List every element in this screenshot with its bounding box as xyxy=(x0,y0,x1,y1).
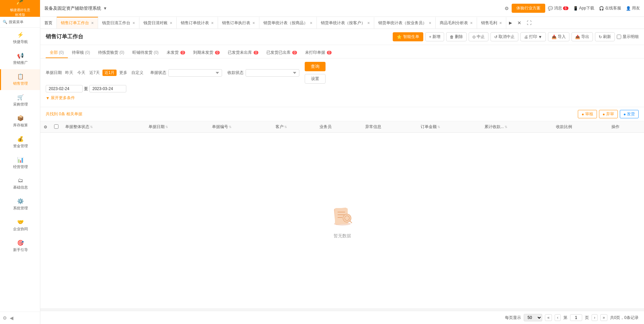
expand-conditions-label: 展开更多条件 xyxy=(51,95,75,101)
delete-button[interactable]: 🗑 删除 xyxy=(446,32,467,41)
tab-margin-close[interactable]: ✕ xyxy=(470,21,473,25)
filter-not-printed-label: 未打印单据 xyxy=(305,50,325,55)
cancel-review-button[interactable]: ● 弃审 xyxy=(599,110,618,118)
scrollbar-area[interactable] xyxy=(40,308,644,311)
filter-tab-pending-review[interactable]: 待审核 (0) xyxy=(68,48,94,58)
sidebar-item-system[interactable]: ⚙️ 系统管理 xyxy=(0,194,40,215)
status-select[interactable] xyxy=(168,69,222,77)
nav-tabs-expand[interactable]: ⛶ xyxy=(524,17,534,29)
tab-sales-exec[interactable]: 销售订单执行表 ✕ xyxy=(218,17,259,29)
sidebar-item-sales[interactable]: 📋 销售管理 xyxy=(0,69,40,90)
tab-sales-workbench[interactable]: 销售订单工作台 ✕ xyxy=(57,17,98,29)
tab-cash-reconcile[interactable]: 钱货日清对账 ✕ xyxy=(139,17,177,29)
review-button[interactable]: ● 审核 xyxy=(578,110,597,118)
sidebar-item-guide[interactable]: 🎯 新手引导 xyxy=(0,236,40,256)
topbar-dropdown[interactable]: ▼ xyxy=(103,6,107,11)
date-option-more[interactable]: 更多 xyxy=(118,69,129,76)
user-item[interactable]: 👤 用友 xyxy=(626,5,640,11)
tab-cash-daily[interactable]: 钱货日清工作台 ✕ xyxy=(98,17,139,29)
sort-customer-icon[interactable]: ⇅ xyxy=(284,125,287,129)
tab-sales-workbench-close[interactable]: ✕ xyxy=(91,21,94,25)
page-input[interactable] xyxy=(570,314,582,321)
tab-summary-staff-close[interactable]: ✕ xyxy=(429,21,431,25)
sidebar-item-cooperation[interactable]: 🤝 企业协同 xyxy=(0,215,40,236)
filter-tab-wangpu[interactable]: 旺铺待发货 (0) xyxy=(128,48,163,58)
tab-revenue[interactable]: 销售毛利 ✕ xyxy=(477,17,506,29)
nav-tabs-more[interactable]: ▶ xyxy=(506,17,515,29)
per-page-select[interactable]: 50 10 20 100 xyxy=(524,314,542,321)
filter-tab-pending-inspect[interactable]: 待拣货验货 (0) xyxy=(94,48,128,58)
show-detail-checkbox[interactable] xyxy=(617,35,621,39)
ship-button[interactable]: ● 发货 xyxy=(620,110,639,118)
date-option-yesterday[interactable]: 昨天 xyxy=(64,69,75,76)
filter-tab-shipped-out[interactable]: 已发货已出库 0 xyxy=(262,48,301,58)
tab-sales-stats[interactable]: 销售订单统计表 ✕ xyxy=(177,17,218,29)
suspend-button[interactable]: ⊙ 中止 xyxy=(469,32,488,41)
export-button[interactable]: 📤 导出 xyxy=(571,32,593,41)
next-page-button[interactable]: › xyxy=(592,314,598,321)
date-to-input[interactable] xyxy=(89,85,126,92)
refresh-button[interactable]: ↻ 刷新 xyxy=(595,32,615,41)
collapse-icon[interactable]: ◀ xyxy=(10,315,13,321)
query-button[interactable]: 查询 xyxy=(305,62,326,71)
select-all-checkbox[interactable] xyxy=(54,124,58,129)
settings-icon[interactable]: ⚙ xyxy=(3,315,7,321)
sidebar-item-basic[interactable]: 🗂 基础信息 xyxy=(0,173,40,194)
solution-button[interactable]: 体验行业方案 xyxy=(512,4,545,13)
tab-summary-product-close[interactable]: ✕ xyxy=(310,21,312,25)
sidebar-search[interactable]: 🔍 搜索菜单 xyxy=(0,17,40,28)
prev-page-button[interactable]: ‹ xyxy=(555,314,561,321)
first-page-button[interactable]: « xyxy=(545,314,552,321)
col-checkbox[interactable] xyxy=(51,121,62,133)
date-from-input[interactable] xyxy=(46,85,83,92)
tab-home[interactable]: 首页 xyxy=(40,17,57,29)
message-item[interactable]: 💬 消息 6 xyxy=(548,5,568,11)
filter-tab-shipped-not-out[interactable]: 已发货未出库 0 xyxy=(224,48,262,58)
date-option-7days[interactable]: 近7天 xyxy=(88,69,101,76)
sidebar-item-operations[interactable]: 📊 经营管理 xyxy=(0,153,40,173)
filter-tab-all[interactable]: 全部 (0) xyxy=(46,48,68,58)
date-option-today[interactable]: 今天 xyxy=(76,69,87,76)
gear-icon[interactable]: ⚙ xyxy=(505,6,509,11)
nav-tabs-close-all[interactable]: ✕ xyxy=(515,17,524,29)
add-button[interactable]: + 新增 xyxy=(425,32,444,41)
date-option-custom[interactable]: 自定义 xyxy=(130,69,145,76)
ai-button[interactable]: ⭐ 智能生单 xyxy=(393,32,423,41)
tab-revenue-close[interactable]: ✕ xyxy=(499,21,502,25)
app-download-item[interactable]: 📱 App下载 xyxy=(573,5,594,11)
tab-sales-exec-close[interactable]: ✕ xyxy=(252,21,255,25)
import-button[interactable]: 📥 导入 xyxy=(548,32,569,41)
filter-tab-not-shipped[interactable]: 未发货 0 xyxy=(163,48,189,58)
page-actions: ⭐ 智能生单 + 新增 🗑 删除 ⊙ 中止 ↺ 取消中止 🖨 打印 xyxy=(393,32,639,41)
col-status-label: 单据整体状态 xyxy=(65,124,89,129)
sort-date-icon[interactable]: ⇅ xyxy=(165,125,168,129)
sort-amount-icon[interactable]: ⇅ xyxy=(437,125,440,129)
tab-sales-stats-close[interactable]: ✕ xyxy=(211,21,214,25)
tab-margin[interactable]: 商品毛利分析表 ✕ xyxy=(436,17,477,29)
date-option-1month[interactable]: 近1月 xyxy=(102,70,117,76)
setting-button[interactable]: 设置 xyxy=(305,74,326,84)
sort-number-icon[interactable]: ⇅ xyxy=(229,125,231,129)
tab-summary-customer[interactable]: 销货单统计表（按客户） ✕ xyxy=(317,17,374,29)
tab-cash-reconcile-close[interactable]: ✕ xyxy=(170,21,172,25)
sidebar-item-marketing[interactable]: 📢 营销推广 xyxy=(0,48,40,69)
col-settings[interactable]: ⚙ xyxy=(40,121,51,133)
sort-collected-icon[interactable]: ⇅ xyxy=(505,125,507,129)
tab-summary-product[interactable]: 销货单统计表（按商品） ✕ xyxy=(259,17,317,29)
tab-summary-customer-close[interactable]: ✕ xyxy=(367,21,370,25)
tab-cash-daily-close[interactable]: ✕ xyxy=(132,21,135,25)
sidebar-item-purchase[interactable]: 🛒 采购管理 xyxy=(0,90,40,111)
sidebar-item-finance[interactable]: 💰 资金管理 xyxy=(0,132,40,153)
last-page-button[interactable]: » xyxy=(600,314,607,321)
sort-status-icon[interactable]: ⇅ xyxy=(90,125,93,129)
tab-summary-staff[interactable]: 销货单统计表（按业务员） ✕ xyxy=(374,17,436,29)
payment-select[interactable] xyxy=(246,69,299,77)
expand-conditions-btn[interactable]: ▼ 展开更多条件 xyxy=(46,94,639,102)
sidebar-item-inventory[interactable]: 📦 库存核算 xyxy=(0,111,40,132)
print-button[interactable]: 🖨 打印 ▼ xyxy=(520,32,546,41)
cancel-suspend-button[interactable]: ↺ 取消中止 xyxy=(490,32,518,41)
filter-tab-not-printed[interactable]: 未打印单据 0 xyxy=(301,48,336,58)
sidebar-item-quick-nav[interactable]: ⚡ 快捷导航 xyxy=(0,28,40,48)
filter-tab-expired[interactable]: 到期未发货 0 xyxy=(189,48,224,58)
online-service-item[interactable]: 🎧 在线客服 xyxy=(599,5,621,11)
